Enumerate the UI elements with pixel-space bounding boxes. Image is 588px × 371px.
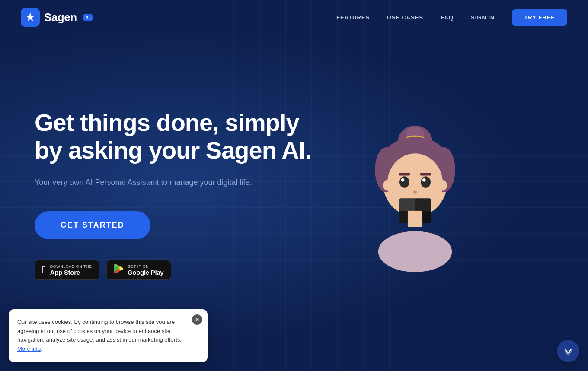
brand-name: Sagen: [44, 11, 77, 24]
play-store-text: GET IT ON Google Play: [128, 264, 163, 276]
svg-point-22: [383, 180, 391, 191]
cookie-close-button[interactable]: ×: [192, 314, 202, 325]
svg-point-12: [401, 178, 405, 182]
cookie-banner: Our site uses cookies. By continuing to …: [9, 309, 208, 362]
svg-point-11: [421, 176, 431, 188]
nav-link-use-cases[interactable]: USE CASES: [387, 14, 423, 21]
logo-icon: [21, 8, 40, 27]
navbar: Sagen AI FEATURES USE CASES FAQ SIGN IN …: [0, 0, 588, 35]
nav-link-sign-in[interactable]: SIGN IN: [471, 14, 495, 21]
google-play-badge[interactable]: GET IT ON Google Play: [106, 260, 171, 280]
hero-title: Get things done, simply by asking your S…: [35, 109, 329, 165]
cookie-text: Our site uses cookies. By continuing to …: [17, 318, 186, 354]
play-store-small-text: GET IT ON: [128, 264, 163, 269]
scroll-down-button[interactable]: [557, 340, 579, 362]
get-started-button[interactable]: GET STARTED: [35, 211, 150, 239]
play-store-big-text: Google Play: [128, 269, 163, 276]
apple-icon: : [42, 264, 46, 276]
store-badges:  Download on the App Store G: [35, 260, 329, 280]
svg-rect-17: [415, 198, 431, 210]
cookie-message: Our site uses cookies. By continuing to …: [17, 319, 182, 343]
hero-subtitle: Your very own AI Personal Assistant to m…: [35, 176, 329, 189]
hero-title-line2: by asking your Sagen AI.: [35, 136, 311, 164]
nav-links: FEATURES USE CASES FAQ SIGN IN TRY FREE: [336, 9, 567, 26]
hero-title-line1: Get things done, simply: [35, 109, 299, 136]
svg-rect-9: [420, 173, 431, 176]
brand-badge: AI: [83, 14, 93, 21]
svg-rect-16: [399, 198, 415, 210]
hero-section: Get things done, simply by asking your S…: [0, 35, 588, 328]
svg-rect-8: [399, 173, 410, 176]
svg-point-14: [413, 190, 417, 194]
hero-content: Get things done, simply by asking your S…: [35, 109, 329, 280]
play-icon: [114, 264, 123, 276]
svg-rect-20: [408, 211, 422, 227]
nav-link-faq[interactable]: FAQ: [441, 14, 454, 21]
cookie-period: .: [41, 346, 42, 352]
svg-point-13: [422, 178, 426, 182]
app-store-text: Download on the App Store: [50, 264, 92, 276]
logo-area: Sagen AI: [21, 8, 93, 27]
hero-avatar: [329, 108, 502, 281]
close-icon: ×: [195, 316, 199, 323]
try-free-button[interactable]: TRY FREE: [512, 9, 567, 26]
nav-link-features[interactable]: FEATURES: [336, 14, 370, 21]
chevron-down-icon: [563, 346, 573, 356]
app-store-badge[interactable]:  Download on the App Store: [35, 260, 99, 280]
svg-point-23: [439, 180, 447, 191]
ai-character-svg: [350, 117, 480, 272]
svg-point-21: [378, 231, 452, 272]
svg-point-10: [399, 176, 409, 188]
app-store-big-text: App Store: [50, 269, 92, 276]
app-store-small-text: Download on the: [50, 264, 92, 269]
cookie-more-info-link[interactable]: More info: [17, 346, 41, 352]
